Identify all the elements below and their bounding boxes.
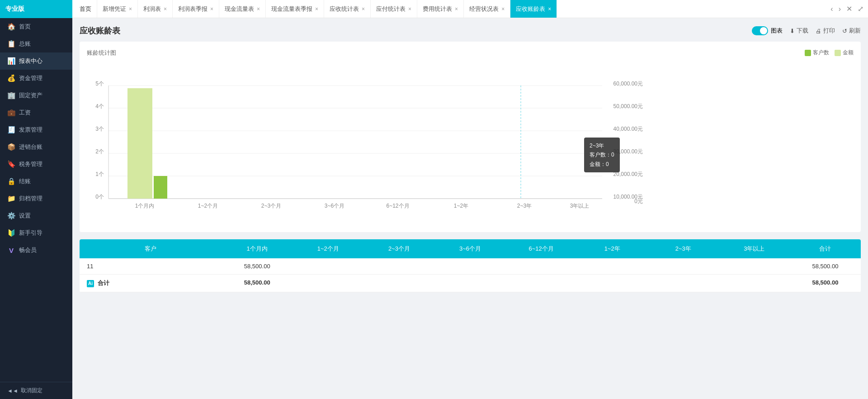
close-icon[interactable]: × [455, 6, 458, 12]
sidebar-item-tax[interactable]: 🔖 税务管理 [0, 156, 72, 173]
home-icon: 🏠 [7, 23, 15, 31]
tab-ar-aging[interactable]: 应收账龄表 × [510, 0, 557, 18]
sidebar-item-label: 固定资产 [19, 91, 42, 100]
bar-customer-0[interactable] [154, 176, 167, 199]
sidebar-item-label: 税务管理 [19, 160, 42, 168]
sidebar-item-home[interactable]: 🏠 首页 [0, 18, 72, 35]
tab-expand-button[interactable]: ⤢ [855, 0, 866, 18]
td-total-y3 [648, 275, 719, 292]
legend-customer-label: 客户数 [813, 49, 829, 57]
sidebar-item-vip[interactable]: V 畅会员 [0, 242, 72, 259]
tab-cashflow[interactable]: 现金流量表 × [219, 0, 266, 18]
sidebar-unpin-button[interactable]: ◄◄ 取消固定 [0, 382, 72, 399]
close-icon[interactable]: × [257, 6, 260, 12]
table-row: 11 58,500.00 58,500.00 [80, 258, 861, 275]
total-icon: Ai [87, 280, 94, 287]
ledger-icon: 📋 [7, 40, 15, 48]
unpin-label: 取消固定 [21, 387, 42, 394]
td-total: 58,500.00 [790, 258, 861, 274]
td-total-m12 [506, 275, 577, 292]
sidebar-item-funds[interactable]: 💰 资金管理 [0, 70, 72, 87]
td-total-m6 [434, 275, 505, 292]
svg-text:30,000.00元: 30,000.00元 [613, 148, 643, 155]
svg-text:5个: 5个 [95, 81, 104, 87]
refresh-button[interactable]: ↺ 刷新 [842, 27, 861, 35]
table-total-row: Ai 合计 58,500.00 58,500.00 [80, 275, 861, 292]
chart-toggle-wrap: 图表 [752, 26, 783, 35]
tab-new-voucher[interactable]: 新增凭证 × [97, 0, 138, 18]
tab-bar: 首页 新增凭证 × 利润表 × 利润表季报 × 现金流量表 × 现金流量表季报 … [72, 0, 868, 18]
tab-label: 应付统计表 [376, 5, 406, 13]
td-total-y2 [577, 275, 648, 292]
tab-label: 新增凭证 [103, 5, 126, 13]
sidebar-item-assets[interactable]: 🏢 固定资产 [0, 87, 72, 104]
sidebar-item-close-account[interactable]: 🔒 结账 [0, 173, 72, 190]
print-label: 打印 [823, 27, 835, 35]
tab-expense-stats[interactable]: 费用统计表 × [417, 0, 464, 18]
th-total: 合计 [790, 239, 861, 258]
sidebar-item-ledger[interactable]: 📋 总账 [0, 35, 72, 52]
td-customer: 11 [80, 258, 222, 274]
close-icon[interactable]: × [210, 6, 213, 12]
sidebar-item-label: 结账 [19, 177, 31, 185]
print-icon: 🖨 [816, 28, 821, 34]
tab-profit-quarterly[interactable]: 利润表季报 × [173, 0, 219, 18]
sidebar-item-archive[interactable]: 📁 归档管理 [0, 190, 72, 207]
sidebar-item-stockbook[interactable]: 📦 进销台账 [0, 138, 72, 156]
settings-icon: ⚙️ [7, 212, 15, 220]
svg-text:1个月内: 1个月内 [135, 203, 155, 209]
chart-toggle[interactable] [752, 26, 768, 35]
sidebar-item-invoice[interactable]: 🧾 发票管理 [0, 121, 72, 138]
td-total-y-more [719, 275, 790, 292]
chart-toggle-label: 图表 [771, 27, 783, 35]
chart-svg: 5个 4个 3个 2个 1个 0个 60,000.00元 50,000.00元 … [87, 61, 647, 223]
td-m2 [292, 258, 363, 274]
svg-text:2~3个月: 2~3个月 [261, 203, 281, 209]
close-icon[interactable]: × [129, 6, 132, 12]
print-button[interactable]: 🖨 打印 [816, 27, 835, 35]
sidebar-item-reports[interactable]: 📊 报表中心 [0, 52, 72, 70]
tab-business-status[interactable]: 经营状况表 × [464, 0, 510, 18]
tab-next-button[interactable]: › [836, 0, 844, 18]
close-icon[interactable]: × [362, 6, 365, 12]
table-header: 客户 1个月内 1~2个月 2~3个月 3~6个月 6~12个月 1~2年 2~… [80, 239, 861, 258]
tab-label: 经营状况表 [469, 5, 499, 13]
tab-cashflow-quarterly[interactable]: 现金流量表季报 × [266, 0, 324, 18]
close-icon[interactable]: × [408, 6, 411, 12]
tab-close-all-button[interactable]: ✕ [844, 0, 855, 18]
sidebar-item-guide[interactable]: 🔰 新手引导 [0, 224, 72, 242]
sidebar-item-salary[interactable]: 💼 工资 [0, 104, 72, 121]
sidebar-item-label: 总账 [19, 40, 31, 48]
tab-ap-stats[interactable]: 应付统计表 × [371, 0, 417, 18]
close-icon[interactable]: × [315, 6, 318, 12]
total-label-text: 合计 [98, 280, 109, 286]
refresh-label: 刷新 [849, 27, 861, 35]
svg-text:3年以上: 3年以上 [570, 203, 590, 209]
sidebar-item-label: 工资 [19, 109, 31, 117]
svg-text:0元: 0元 [634, 198, 643, 204]
tab-home[interactable]: 首页 [74, 0, 97, 18]
sidebar-item-label: 发票管理 [19, 126, 42, 134]
sidebar-item-settings[interactable]: ⚙️ 设置 [0, 207, 72, 224]
tab-prev-button[interactable]: ‹ [828, 0, 835, 18]
tab-ar-stats[interactable]: 应收统计表 × [324, 0, 371, 18]
tab-label: 费用统计表 [423, 5, 452, 13]
th-y12: 1~2年 [577, 239, 648, 258]
close-icon[interactable]: × [164, 6, 167, 12]
svg-text:6~12个月: 6~12个月 [386, 203, 409, 209]
svg-text:0个: 0个 [95, 194, 104, 200]
svg-text:3~6个月: 3~6个月 [325, 203, 344, 209]
vip-icon: V [7, 247, 15, 254]
bar-amount-0[interactable] [127, 88, 152, 199]
sidebar-item-label: 首页 [19, 23, 31, 31]
close-icon[interactable]: × [501, 6, 505, 12]
close-icon[interactable]: × [548, 6, 551, 12]
svg-text:2个: 2个 [95, 148, 104, 155]
svg-text:1个: 1个 [95, 171, 104, 177]
tab-profit[interactable]: 利润表 × [138, 0, 173, 18]
refresh-icon: ↺ [842, 28, 847, 34]
td-m1: 58,500.00 [222, 258, 292, 274]
download-button[interactable]: ⬇ 下载 [790, 27, 808, 35]
svg-text:20,000.00元: 20,000.00元 [613, 171, 643, 177]
svg-text:60,000.00元: 60,000.00元 [613, 81, 643, 87]
